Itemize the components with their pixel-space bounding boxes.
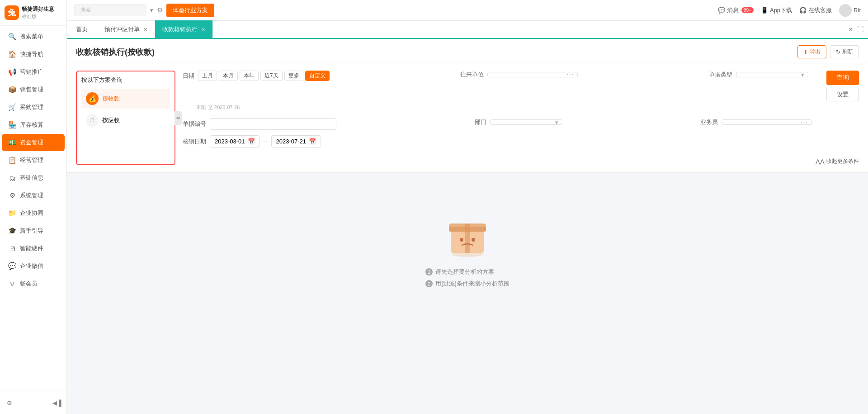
counterpart-dots[interactable]: ···: [566, 71, 574, 79]
date-field-group: 日期 上月 本月 本年 近7天 更多 自定义: [183, 71, 330, 81]
doc-no-input[interactable]: [210, 118, 336, 130]
date-last-month-btn[interactable]: 上月: [198, 71, 217, 81]
top-header: 搜索 ▾ ⚙ 体验行业方案 💬 消息 99+ 📱 App下载 🎧 在线客服 Ri: [67, 0, 868, 21]
user-profile[interactable]: Rit: [839, 4, 861, 17]
sidebar-item-business[interactable]: 📋 经营管理: [2, 152, 65, 169]
receipt-icon: 💰: [86, 92, 99, 105]
sidebar-item-search[interactable]: 🔍 搜索菜单: [2, 28, 65, 45]
app-icon: 📱: [761, 7, 768, 14]
filter-title: 按以下方案查询: [81, 76, 170, 84]
sidebar-item-marketing[interactable]: 📢 营销推广: [2, 63, 65, 81]
sidebar-item-guide[interactable]: 🎓 新手引导: [2, 222, 65, 239]
sidebar-item-basic[interactable]: 🗂 基础信息: [2, 169, 65, 186]
chevron-down-icon[interactable]: ▾: [150, 7, 153, 14]
date-custom-btn[interactable]: 自定义: [305, 71, 330, 81]
close-tab-icon[interactable]: ✕: [848, 26, 854, 33]
doc-type-label: 单据类型: [709, 71, 732, 79]
sidebar-item-system[interactable]: ⚙ 系统管理: [2, 187, 65, 204]
sidebar-item-label: 快捷导航: [20, 50, 43, 58]
settings-btn[interactable]: 设置: [826, 88, 859, 101]
expand-icon[interactable]: ⛶: [857, 26, 863, 33]
date-to-text: 至 2023-07-26: [208, 104, 240, 111]
employee-field[interactable]: ···: [722, 119, 812, 125]
gear-icon-header[interactable]: ⚙: [157, 6, 163, 14]
tab-close-icon[interactable]: ✕: [201, 27, 205, 33]
sidebar-item-label: 搜索菜单: [20, 33, 43, 41]
sidebar-item-label: 智能硬件: [20, 244, 43, 252]
settings-btn-sidebar[interactable]: ⚙: [2, 395, 17, 410]
chevron-down-dept: ▾: [555, 119, 558, 126]
sidebar-item-purchase[interactable]: 🛒 采购管理: [2, 99, 65, 116]
hint-text-1: 请先选择要分析的方案: [435, 268, 494, 276]
employee-dots[interactable]: ···: [801, 118, 808, 126]
member-icon: V: [8, 280, 16, 288]
filter-form: 日期 上月 本月 本年 近7天 更多 自定义: [183, 71, 859, 165]
online-service-btn[interactable]: 🎧 在线客服: [799, 6, 832, 14]
app-download-label: App下载: [770, 6, 792, 14]
main-area: 搜索 ▾ ⚙ 体验行业方案 💬 消息 99+ 📱 App下载 🎧 在线客服 Ri: [67, 0, 868, 414]
filter-row-2: 单据编号 部门 ▾ 业务员: [183, 118, 859, 130]
sidebar-item-finance[interactable]: 💵 资金管理: [2, 134, 65, 151]
logo-icon: 兔: [5, 5, 19, 20]
logo-text: 畅捷通好生意 标准版: [22, 5, 54, 20]
date-more-btn[interactable]: 更多: [284, 71, 303, 81]
tab-prepay[interactable]: 预付冲应付单 ✕: [97, 20, 155, 38]
content-area: 收款核销执行(按收款) ⬆ 导出 ↻ 刷新 按以下方案查询 💰 按收款: [67, 39, 868, 414]
refresh-btn[interactable]: ↻ 刷新: [830, 45, 859, 58]
date-control: 上月 本月 本年 近7天 更多 自定义: [198, 71, 330, 81]
query-btn[interactable]: 查询: [826, 71, 859, 85]
sidebar-item-member[interactable]: V 畅会员: [2, 275, 65, 292]
verify-date-label: 核销日期: [183, 138, 206, 146]
filter-option-by-receipt[interactable]: 💰 按收款: [81, 89, 170, 109]
more-conditions-btn[interactable]: ⋀⋀ 收起更多条件: [816, 157, 859, 165]
filter-sidebar: 按以下方案查询 💰 按收款 ⏱ 按应收 ≪: [76, 71, 175, 165]
filter-option-receivable-label: 按应收: [102, 116, 120, 124]
sidebar-item-hardware[interactable]: 🖥 智能硬件: [2, 240, 65, 257]
sidebar-item-wechat[interactable]: 💬 企业微信: [2, 257, 65, 275]
export-btn[interactable]: ⬆ 导出: [797, 45, 826, 58]
logo-line2: 标准版: [22, 13, 54, 20]
tab-bar-right: ✕ ⛶: [848, 26, 868, 33]
inventory-icon: 🏪: [8, 121, 16, 129]
filter-option-by-receivable[interactable]: ⏱ 按应收: [81, 110, 170, 130]
chevron-up-icon: ⋀⋀: [816, 158, 825, 165]
sidebar-item-inventory[interactable]: 🏪 库存核算: [2, 116, 65, 133]
date-this-year-btn[interactable]: 本年: [240, 71, 259, 81]
empty-state: 1 请先选择要分析的方案 2 用[过滤]条件来缩小分析范围: [67, 173, 868, 326]
sidebar-item-sales[interactable]: 📦 销售管理: [2, 81, 65, 98]
hint-text-2: 用[过滤]条件来缩小分析范围: [435, 280, 509, 288]
employee-field-group: 业务员 ···: [700, 118, 812, 126]
sidebar-item-nav[interactable]: 🏠 快捷导航: [2, 46, 65, 63]
date-this-month-btn[interactable]: 本月: [219, 71, 238, 81]
message-btn[interactable]: 💬 消息 99+: [718, 6, 754, 14]
avatar: [839, 4, 852, 17]
doc-no-field-group: 单据编号: [183, 118, 336, 130]
tab-home[interactable]: 首页: [67, 20, 97, 38]
collapse-sidebar-btn[interactable]: ◀▐: [49, 395, 65, 410]
tab-close-icon[interactable]: ✕: [143, 27, 147, 33]
calendar-icon-start: 📅: [248, 138, 255, 145]
sidebar-item-collab[interactable]: 📁 企业协同: [2, 205, 65, 222]
refresh-label: 刷新: [842, 48, 853, 56]
solution-btn[interactable]: 体验行业方案: [166, 4, 214, 17]
date-shortcuts: 上月 本月 本年 近7天 更多 自定义: [198, 71, 330, 81]
doc-no-label: 单据编号: [183, 120, 206, 128]
header-left: 搜索 ▾ ⚙ 体验行业方案: [74, 4, 214, 17]
marketing-icon: 📢: [8, 68, 16, 76]
more-conditions-row: ⋀⋀ 收起更多条件: [183, 155, 859, 165]
filter-option-receipt-label: 按收款: [102, 95, 120, 103]
collapse-filter-btn[interactable]: ≪: [175, 111, 182, 125]
dept-select[interactable]: ▾: [490, 119, 562, 125]
verify-end-date[interactable]: 2023-07-21 📅: [271, 135, 321, 148]
sidebar-item-label: 库存核算: [20, 121, 43, 129]
message-label: 消息: [727, 6, 739, 14]
app-download-btn[interactable]: 📱 App下载: [761, 6, 792, 14]
verify-start-date[interactable]: 2023-03-01 📅: [210, 135, 260, 148]
refresh-icon: ↻: [836, 49, 840, 55]
sidebar-bottom: ⚙ ◀▐: [0, 391, 66, 414]
sidebar-item-label: 畅会员: [20, 280, 38, 288]
page-header: 收款核销执行(按收款) ⬆ 导出 ↻ 刷新: [67, 39, 868, 63]
date-last-7days-btn[interactable]: 近7天: [260, 71, 283, 81]
tab-collection[interactable]: 收款核销执行 ✕: [155, 20, 213, 38]
sidebar-menu: 🔍 搜索菜单 🏠 快捷导航 📢 营销推广 📦 销售管理 🛒 采购管理 🏪 库存核…: [0, 26, 66, 391]
